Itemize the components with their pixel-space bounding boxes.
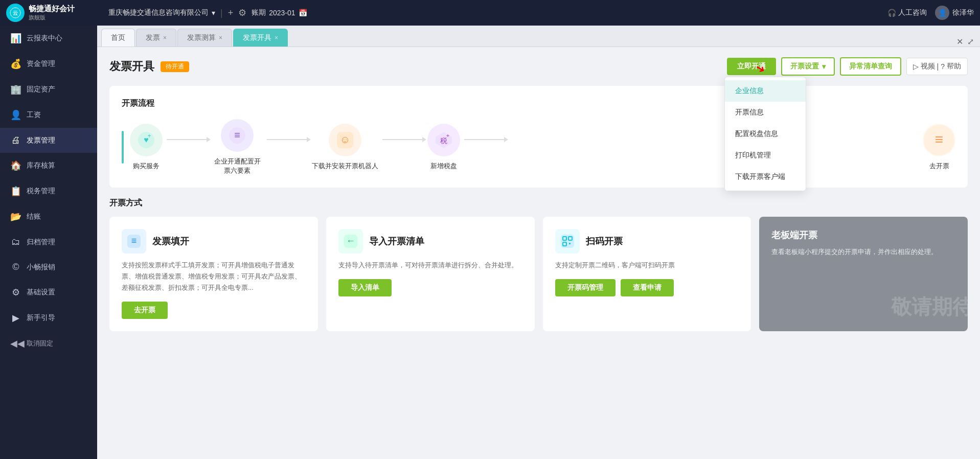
card-scan-manage-button[interactable]: 开票码管理 [555, 279, 616, 296]
headset-icon: 🎧 [887, 9, 896, 17]
unpin-icon: ◀◀ [10, 338, 21, 349]
dropdown-item-printer[interactable]: 打印机管理 [725, 145, 806, 166]
card-scan-desc: 支持定制开票二维码，客户端可扫码开票 [555, 260, 739, 271]
chevron-down-icon: ▾ [212, 9, 215, 17]
svg-text:≡: ≡ [935, 131, 943, 147]
tab-bar-expand-icon[interactable]: ⤢ [967, 37, 974, 47]
flow-steps: ♥+ 购买服务 ≡ 企业开通配置开票六要素 [122, 119, 955, 175]
service-button[interactable]: 🎧 人工咨询 [887, 8, 927, 17]
guide-icon: ▶ [10, 312, 21, 324]
sidebar-item-cloud-report[interactable]: 📊 云报表中心 [0, 26, 97, 51]
card-scan-header: 扫码开票 [555, 229, 739, 254]
sidebar-label-tax: 税务管理 [27, 187, 55, 196]
top-bar: 云 畅捷通好会计 旗舰版 重庆畅捷交通信息咨询有限公司 ▾ | + ⚙ 账期 2… [0, 0, 980, 26]
avatar: 👤 [935, 6, 949, 20]
card-boss-desc: 查看老板端小程序提交的开票申请，并作出相应的处理。 [771, 246, 955, 258]
sidebar-label-payroll: 工资 [27, 110, 41, 120]
add-icon[interactable]: + [228, 8, 234, 18]
svg-text:☺: ☺ [340, 134, 350, 145]
logo-area: 云 畅捷通好会计 旗舰版 [6, 4, 103, 22]
tab-home[interactable]: 首页 [101, 29, 135, 47]
tab-invoice-calc[interactable]: 发票测算 × [177, 29, 232, 47]
card-import-desc: 支持导入待开票清单，可对待开票清单进行拆分、合并处理。 [338, 260, 522, 271]
tab-bar: 首页 发票 × 发票测算 × 发票开具 × ✕ ⤢ [97, 26, 980, 47]
step-3-label: 下载并安装开票机器人 [312, 162, 378, 171]
tab-home-label: 首页 [111, 33, 125, 42]
company-selector[interactable]: 重庆畅捷交通信息咨询有限公司 ▾ [108, 8, 215, 17]
dropdown-item-company[interactable]: 企业信息 [725, 80, 806, 102]
video-label: 视频 [921, 62, 935, 71]
methods-cards: ≡ 发票填开 支持按照发票样式手工填开发票；可开具增值税电子普通发票、增值税普通… [109, 217, 968, 331]
inventory-icon: 🏠 [10, 160, 21, 171]
sidebar-item-invoice[interactable]: 🖨 发票管理 [0, 128, 97, 153]
help-label: 帮助 [947, 62, 961, 71]
sidebar-item-tax[interactable]: 📋 税务管理 [0, 178, 97, 204]
sidebar-item-inventory[interactable]: 🏠 库存核算 [0, 153, 97, 178]
divider: | [220, 8, 223, 18]
step-2-label: 企业开通配置开票六要素 [212, 157, 263, 175]
card-boss-title: 老板端开票 [771, 229, 955, 241]
sidebar-label-archive: 归档管理 [27, 238, 55, 247]
svg-rect-22 [569, 243, 571, 244]
card-fill-desc: 支持按照发票样式手工填开发票；可开具增值税电子普通发票、增值税普通发票、增值税专… [122, 260, 306, 293]
method-card-boss: 老板端开票 查看老板端小程序提交的开票申请，并作出相应的处理。 敬请期待 [759, 217, 968, 331]
step-3-icon: ☺ [329, 124, 361, 156]
sidebar-label-invoice: 发票管理 [27, 136, 55, 145]
flow-step-2: ≡ 企业开通配置开票六要素 [212, 119, 263, 175]
step-4-label: 新增税盘 [430, 162, 457, 171]
video-button[interactable]: ▷ 视频 | ? 帮助 [906, 58, 968, 75]
tab-invoice-issue-close[interactable]: × [275, 34, 278, 41]
activate-button[interactable]: 立即开通 [727, 58, 776, 75]
expense-icon: © [10, 262, 21, 272]
sidebar-item-settings[interactable]: ⚙ 基础设置 [0, 280, 97, 305]
svg-text:←: ← [346, 236, 355, 246]
tab-invoice[interactable]: 发票 × [136, 29, 176, 47]
sidebar-item-fixed-assets[interactable]: 🏢 固定资产 [0, 77, 97, 102]
sidebar-item-payroll[interactable]: 👤 工资 [0, 102, 97, 128]
card-import-button[interactable]: 导入清单 [338, 279, 392, 296]
tab-invoice-close[interactable]: × [163, 34, 167, 41]
flow-left-bar [122, 131, 124, 164]
settings-dropdown: ➜ 企业信息 开票信息 配置税盘信息 打印机管理 下载开票客户端 [724, 77, 806, 191]
card-import-title: 导入开票清单 [369, 235, 424, 247]
card-import-header: ← 导入开票清单 [338, 229, 522, 254]
dropdown-item-download[interactable]: 下载开票客户端 [725, 166, 806, 188]
service-label: 人工咨询 [898, 8, 927, 17]
sidebar-item-archive[interactable]: 🗂 归档管理 [0, 230, 97, 255]
svg-text:≡: ≡ [234, 129, 240, 141]
methods-section-wrap: 开票方式 ≡ 发票填开 支持按照发票样式手工填开发票；可开具增值税电子普通发票、… [109, 198, 968, 331]
sidebar-item-settlement[interactable]: 📂 结账 [0, 204, 97, 230]
card-fill-button[interactable]: 去开票 [122, 302, 168, 319]
settings-label: 开票设置 [790, 62, 819, 71]
calendar-icon[interactable]: 📅 [299, 9, 307, 17]
abnormal-button[interactable]: 异常清单查询 [840, 57, 901, 76]
page-content: 发票开具 待开通 立即开通 开票设置 ▾ 异常清单查询 ▷ 视频 | ? 帮助 [97, 47, 980, 459]
tab-invoice-calc-close[interactable]: × [219, 34, 222, 41]
sidebar-item-cancel-fixed[interactable]: ◀◀ 取消固定 [0, 331, 97, 356]
step-1-label: 购买服务 [133, 162, 159, 171]
user-button[interactable]: 👤 徐泽华 [935, 6, 974, 20]
settings-button[interactable]: 开票设置 ▾ [781, 57, 835, 76]
card-scan-buttons: 开票码管理 查看申请 [555, 279, 739, 296]
separator: | [937, 62, 939, 71]
dropdown-item-invoice-info[interactable]: 开票信息 [725, 102, 806, 123]
sidebar-label-settlement: 结账 [27, 212, 41, 221]
settings-icon[interactable]: ⚙ [238, 7, 246, 18]
tax-icon: 📋 [10, 186, 21, 197]
invoice-icon: 🖨 [10, 135, 21, 146]
tab-invoice-issue[interactable]: 发票开具 × [233, 29, 288, 47]
dropdown-item-tax-disk[interactable]: 配置税盘信息 [725, 123, 806, 145]
sidebar-item-expense[interactable]: © 小畅报销 [0, 255, 97, 280]
sidebar-label-settings: 基础设置 [27, 288, 55, 297]
card-scan-apply-button[interactable]: 查看申请 [621, 279, 674, 296]
card-fill-title: 发票填开 [152, 235, 189, 247]
company-name: 重庆畅捷交通信息咨询有限公司 [108, 8, 209, 17]
sidebar-label-cancel: 取消固定 [27, 339, 53, 348]
sidebar-item-capital[interactable]: 💰 资金管理 [0, 51, 97, 77]
fixed-assets-icon: 🏢 [10, 84, 21, 95]
tab-bar-close-icon[interactable]: ✕ [956, 37, 963, 47]
logo-sub: 旗舰版 [29, 14, 75, 21]
flow-connector-3 [382, 139, 423, 140]
sidebar-item-guide[interactable]: ▶ 新手引导 [0, 305, 97, 331]
step-5-icon: ≡ [923, 124, 955, 156]
